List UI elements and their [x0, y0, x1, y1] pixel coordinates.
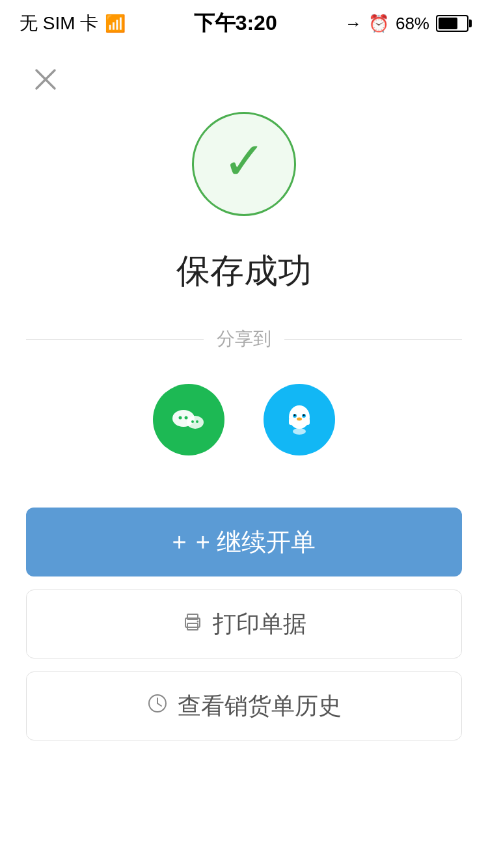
close-button[interactable] — [26, 60, 65, 99]
svg-line-23 — [157, 703, 161, 706]
clock-icon — [146, 692, 169, 720]
svg-point-7 — [196, 420, 198, 423]
print-button-label: 打印单据 — [213, 608, 306, 640]
success-icon-circle: ✓ — [192, 112, 296, 216]
checkmark-icon: ✓ — [223, 135, 266, 187]
svg-point-6 — [191, 420, 194, 423]
history-button-label: 查看销货单历史 — [178, 690, 342, 722]
svg-point-20 — [197, 621, 199, 623]
share-qq-button[interactable] — [264, 384, 335, 455]
share-icons-row — [153, 384, 335, 455]
history-button[interactable]: 查看销货单历史 — [26, 671, 462, 740]
status-left: 无 SIM 卡 📶 — [20, 11, 126, 36]
divider-label: 分享到 — [217, 327, 271, 351]
status-time: 下午3:20 — [194, 9, 277, 38]
svg-point-3 — [187, 416, 204, 429]
svg-point-13 — [303, 414, 305, 416]
share-wechat-button[interactable] — [153, 384, 224, 455]
wifi-icon: 📶 — [105, 14, 126, 34]
action-buttons: + + 继续开单 打印单据 — [26, 508, 462, 740]
success-title: 保存成功 — [176, 249, 312, 294]
plus-icon: + — [172, 528, 187, 556]
location-icon: → — [345, 14, 362, 34]
svg-point-4 — [179, 416, 182, 420]
svg-rect-16 — [306, 418, 310, 425]
status-right: → ⏰ 68% — [345, 14, 468, 34]
divider-line-right — [284, 339, 462, 340]
alarm-icon: ⏰ — [368, 14, 389, 34]
battery-text: 68% — [396, 14, 429, 34]
carrier-text: 无 SIM 卡 — [20, 11, 98, 36]
main-content: ✓ 保存成功 分享到 — [0, 47, 488, 868]
svg-point-5 — [185, 416, 188, 420]
print-button[interactable]: 打印单据 — [26, 590, 462, 658]
divider-line-left — [26, 339, 204, 340]
status-bar: 无 SIM 卡 📶 下午3:20 → ⏰ 68% — [0, 0, 488, 47]
svg-point-12 — [294, 414, 296, 416]
battery-icon — [436, 15, 468, 32]
svg-rect-15 — [289, 418, 293, 425]
continue-button[interactable]: + + 继续开单 — [26, 508, 462, 576]
printer-icon — [182, 610, 204, 638]
svg-point-14 — [297, 418, 302, 421]
share-divider: 分享到 — [26, 327, 462, 351]
svg-point-8 — [289, 405, 310, 429]
svg-point-9 — [293, 428, 306, 435]
continue-button-label: + 继续开单 — [196, 526, 316, 559]
